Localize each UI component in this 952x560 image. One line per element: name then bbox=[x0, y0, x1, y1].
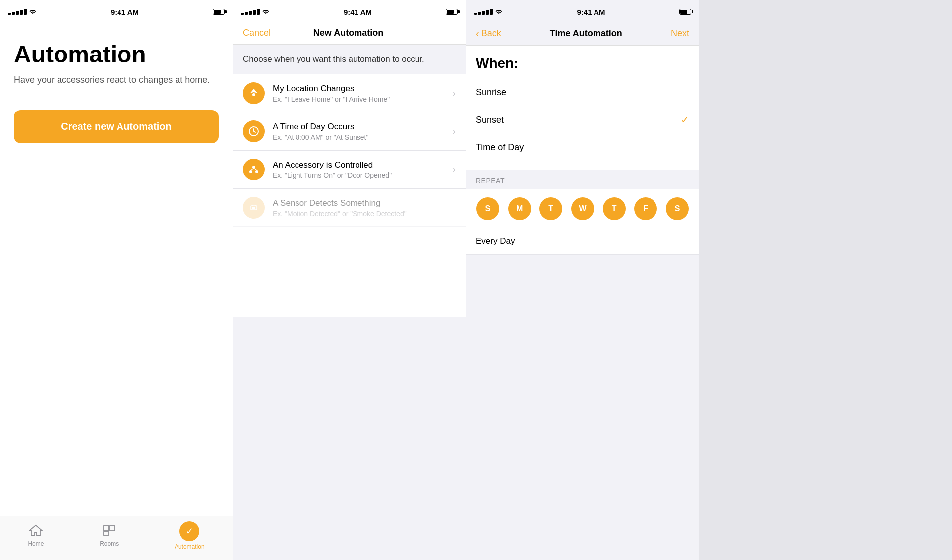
day-saturday[interactable]: S bbox=[666, 197, 689, 220]
wifi-icon bbox=[29, 8, 37, 16]
status-left-1 bbox=[8, 8, 37, 16]
day-sunday-label: S bbox=[485, 204, 491, 213]
location-icon-wrap bbox=[243, 82, 265, 104]
day-sunday[interactable]: S bbox=[476, 197, 499, 220]
wifi-icon-3 bbox=[495, 8, 503, 16]
location-option[interactable]: My Location Changes Ex. "I Leave Home" o… bbox=[233, 74, 466, 112]
accessory-option[interactable]: An Accessory is Controlled Ex. "Light Tu… bbox=[233, 151, 466, 189]
sensor-title: A Sensor Detects Something bbox=[273, 198, 456, 208]
tab-bar: Home Rooms ✓ Automation bbox=[0, 516, 233, 560]
accessory-icon-wrap bbox=[243, 159, 265, 180]
accessory-subtitle: Ex. "Light Turns On" or "Door Opened" bbox=[273, 171, 445, 179]
accessory-item-text: An Accessory is Controlled Ex. "Light Tu… bbox=[273, 160, 445, 179]
status-time-1: 9:41 AM bbox=[111, 8, 139, 16]
status-left-3 bbox=[474, 8, 503, 16]
time-option[interactable]: A Time of Day Occurs Ex. "At 8:00 AM" or… bbox=[233, 112, 466, 151]
choose-text: Choose when you want this automation to … bbox=[243, 55, 424, 64]
page-title: Automation bbox=[14, 42, 219, 68]
create-automation-button[interactable]: Create new Automation bbox=[14, 110, 219, 143]
svg-point-6 bbox=[249, 170, 252, 173]
rooms-icon bbox=[102, 524, 116, 538]
time-chevron: › bbox=[453, 126, 456, 137]
timeofday-label: Time of Day bbox=[476, 142, 524, 153]
home-icon bbox=[29, 524, 43, 538]
day-saturday-label: S bbox=[675, 204, 680, 213]
sensor-subtitle: Ex. "Motion Detected" or "Smoke Detected… bbox=[273, 210, 456, 218]
svg-line-8 bbox=[251, 168, 254, 170]
tab-automation-label: Automation bbox=[175, 543, 205, 550]
next-button[interactable]: Next bbox=[671, 28, 689, 39]
tab-rooms-label: Rooms bbox=[100, 540, 119, 547]
tab-automation[interactable]: ✓ Automation bbox=[175, 521, 205, 550]
time-subtitle: Ex. "At 8:00 AM" or "At Sunset" bbox=[273, 133, 445, 141]
status-right-1 bbox=[213, 9, 225, 15]
time-title: A Time of Day Occurs bbox=[273, 122, 445, 132]
svg-point-5 bbox=[252, 166, 255, 168]
battery-icon-2 bbox=[446, 9, 458, 15]
time-icon-wrap bbox=[243, 120, 265, 142]
sunrise-option[interactable]: Sunrise bbox=[476, 79, 689, 106]
sensor-option: A Sensor Detects Something Ex. "Motion D… bbox=[233, 189, 466, 227]
screen-automation-home: 9:41 AM Automation Have your accessories… bbox=[0, 0, 233, 560]
cancel-button[interactable]: Cancel bbox=[243, 28, 271, 38]
sensor-icon bbox=[248, 202, 259, 213]
status-bar-1: 9:41 AM bbox=[0, 0, 233, 22]
svg-rect-0 bbox=[104, 526, 109, 531]
repeat-label: REPEAT bbox=[476, 177, 505, 185]
location-item-text: My Location Changes Ex. "I Leave Home" o… bbox=[273, 84, 445, 103]
checkmark-icon: ✓ bbox=[186, 526, 193, 537]
sensor-icon-wrap bbox=[243, 197, 265, 219]
nav-bar-3: ‹ Back Time Automation Next bbox=[466, 22, 699, 46]
day-friday[interactable]: F bbox=[634, 197, 657, 220]
day-thursday-label: T bbox=[612, 204, 617, 213]
screen2-gray-area bbox=[233, 317, 466, 560]
when-title: When: bbox=[476, 56, 689, 71]
signal-icon-2 bbox=[241, 9, 260, 15]
day-tuesday-label: T bbox=[548, 204, 553, 213]
day-friday-label: F bbox=[643, 204, 648, 213]
tab-rooms[interactable]: Rooms bbox=[100, 524, 119, 547]
screen3-title: Time Automation bbox=[550, 28, 622, 39]
location-subtitle: Ex. "I Leave Home" or "I Arrive Home" bbox=[273, 95, 445, 103]
sensor-item-text: A Sensor Detects Something Ex. "Motion D… bbox=[273, 198, 456, 218]
location-title: My Location Changes bbox=[273, 84, 445, 94]
location-icon bbox=[248, 88, 259, 99]
sunrise-label: Sunrise bbox=[476, 87, 506, 98]
signal-icon-3 bbox=[474, 9, 493, 15]
status-left-2 bbox=[241, 8, 270, 16]
time-item-text: A Time of Day Occurs Ex. "At 8:00 AM" or… bbox=[273, 122, 445, 141]
back-button[interactable]: ‹ Back bbox=[476, 28, 501, 39]
back-chevron-icon: ‹ bbox=[476, 28, 479, 39]
day-wednesday-label: W bbox=[579, 204, 586, 213]
status-time-2: 9:41 AM bbox=[344, 8, 372, 16]
status-bar-3: 9:41 AM bbox=[466, 0, 699, 22]
svg-point-3 bbox=[252, 93, 255, 96]
accessory-chevron: › bbox=[453, 165, 456, 175]
day-monday[interactable]: M bbox=[508, 197, 531, 220]
day-tuesday[interactable]: T bbox=[539, 197, 562, 220]
screen3-gray-area bbox=[466, 255, 699, 560]
timeofday-option[interactable]: Time of Day bbox=[476, 134, 689, 161]
day-monday-label: M bbox=[516, 204, 523, 213]
day-thursday[interactable]: T bbox=[603, 197, 626, 220]
svg-rect-2 bbox=[104, 532, 109, 535]
screen1-content: Automation Have your accessories react t… bbox=[0, 22, 233, 560]
location-chevron: › bbox=[453, 88, 456, 99]
status-time-3: 9:41 AM bbox=[577, 8, 605, 16]
tab-home-label: Home bbox=[28, 540, 44, 547]
wifi-icon-2 bbox=[262, 8, 270, 16]
tab-home[interactable]: Home bbox=[28, 524, 44, 547]
sunset-option[interactable]: Sunset ✓ bbox=[476, 106, 689, 134]
every-day-row: Every Day bbox=[466, 228, 699, 255]
screen-time-automation: 9:41 AM ‹ Back Time Automation Next When… bbox=[466, 0, 699, 560]
sunset-label: Sunset bbox=[476, 115, 504, 125]
status-right-2 bbox=[446, 9, 458, 15]
day-wednesday[interactable]: W bbox=[571, 197, 594, 220]
status-bar-2: 9:41 AM bbox=[233, 0, 466, 22]
screen2-title: New Automation bbox=[313, 28, 383, 38]
back-label: Back bbox=[481, 28, 501, 39]
svg-rect-1 bbox=[110, 526, 115, 531]
battery-icon-1 bbox=[213, 9, 225, 15]
sunset-checkmark-icon: ✓ bbox=[681, 114, 689, 126]
page-subtitle: Have your accessories react to changes a… bbox=[14, 74, 219, 86]
